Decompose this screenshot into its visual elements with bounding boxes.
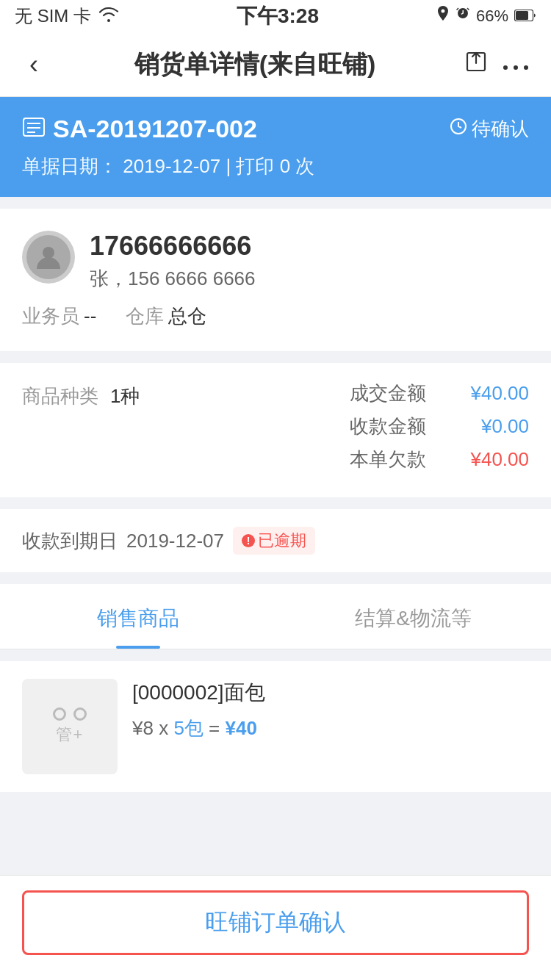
product-card: 管+ [0000002]面包 ¥8 x 5包 = ¥40: [0, 661, 551, 792]
battery-label: 66%: [476, 7, 508, 26]
product-price: ¥8 x 5包 = ¥40: [132, 716, 529, 741]
order-status: 待确认: [450, 116, 529, 142]
svg-rect-1: [516, 11, 528, 20]
due-date-value: 2019-12-07: [126, 530, 224, 552]
product-qty: 5包: [173, 717, 203, 739]
customer-phone: 17666666666: [90, 231, 529, 262]
order-date: 单据日期： 2019-12-07 | 打印 0 次: [22, 154, 529, 179]
deal-amount-value: ¥40.00: [441, 382, 529, 405]
status-text: 待确认: [472, 116, 529, 142]
more-icon[interactable]: [503, 52, 529, 77]
logo-eye-left: [53, 707, 66, 721]
product-info: [0000002]面包 ¥8 x 5包 = ¥40: [132, 679, 529, 741]
share-icon[interactable]: [464, 50, 488, 79]
due-date-label: 收款到期日: [22, 528, 118, 554]
carrier-label: 无 SIM 卡: [15, 4, 91, 28]
amounts-right: 成交金额 ¥40.00 收款金额 ¥0.00 本单欠款 ¥40.00: [350, 381, 529, 480]
product-types-label: 商品种类: [22, 383, 98, 409]
clock-icon: [450, 118, 467, 140]
received-amount-value: ¥0.00: [441, 415, 529, 438]
logo-eyes: [53, 707, 87, 721]
logo-eye-right: [73, 707, 87, 721]
status-bar: 无 SIM 卡 下午3:28 66%: [0, 0, 551, 32]
product-types-value: 1种: [110, 383, 140, 409]
battery-icon: [514, 7, 536, 26]
price-value: ¥8: [132, 717, 154, 739]
avatar-inner: [26, 235, 71, 279]
customer-info: 17666666666 张，156 6666 6666: [90, 231, 529, 292]
wifi-icon: [98, 6, 119, 26]
info-row: 业务员 -- 仓库 总仓: [22, 303, 529, 329]
product-name: [0000002]面包: [132, 679, 529, 707]
avatar: [22, 231, 75, 284]
order-id-row: SA-20191207-002: [22, 115, 257, 143]
order-icon: [22, 115, 46, 143]
product-logo: 管+: [53, 707, 87, 746]
customer-card: 17666666666 张，156 6666 6666 业务员 -- 仓库 总仓: [0, 209, 551, 351]
warehouse-label: 仓库: [126, 303, 164, 329]
product-types: 商品种类 1种: [22, 381, 140, 409]
tab-settlement[interactable]: 结算&物流等: [276, 584, 551, 649]
svg-point-6: [524, 65, 528, 70]
deal-amount-row: 成交金额 ¥40.00: [350, 381, 529, 406]
svg-point-5: [514, 65, 518, 70]
svg-point-12: [43, 247, 54, 259]
order-id-text: SA-20191207-002: [53, 115, 257, 143]
salesperson-value: --: [84, 305, 96, 328]
customer-name: 张，156 6666 6666: [90, 266, 529, 292]
nav-bar: ‹ 销货单详情(来自旺铺): [0, 32, 551, 97]
nav-actions: [464, 50, 529, 79]
svg-point-4: [503, 65, 508, 70]
received-amount-row: 收款金额 ¥0.00: [350, 414, 529, 439]
owed-amount-row: 本单欠款 ¥40.00: [350, 447, 529, 472]
status-time: 下午3:28: [237, 2, 319, 30]
overdue-dot-icon: !: [242, 534, 255, 547]
overdue-badge: ! 已逾期: [233, 527, 315, 555]
status-left: 无 SIM 卡: [15, 4, 119, 28]
tabs-row: 销售商品 结算&物流等: [0, 584, 551, 649]
confirm-button[interactable]: 旺铺订单确认: [22, 890, 529, 955]
logo-text: 管+: [56, 724, 84, 746]
salesperson-label: 业务员: [22, 303, 79, 329]
owed-amount-value: ¥40.00: [441, 448, 529, 471]
alarm-icon: [455, 7, 470, 26]
tab-products[interactable]: 销售商品: [0, 584, 276, 649]
warehouse-value: 总仓: [168, 303, 206, 329]
product-thumbnail: 管+: [22, 679, 118, 774]
product-total: ¥40: [225, 717, 256, 739]
overdue-text: 已逾期: [258, 530, 306, 552]
back-button[interactable]: ‹: [22, 42, 46, 87]
amounts-section: 商品种类 1种 成交金额 ¥40.00 收款金额 ¥0.00 本单欠款 ¥40.…: [0, 363, 551, 497]
status-right: 66%: [436, 6, 536, 26]
order-header: SA-20191207-002 待确认 单据日期： 2019-12-07 | 打…: [0, 97, 551, 197]
page-title: 销货单详情(来自旺铺): [134, 48, 376, 82]
deal-amount-label: 成交金额: [350, 381, 426, 406]
received-amount-label: 收款金额: [350, 414, 426, 439]
bottom-bar: 旺铺订单确认: [0, 875, 551, 980]
owed-amount-label: 本单欠款: [350, 447, 426, 472]
due-date-row: 收款到期日 2019-12-07 ! 已逾期: [0, 509, 551, 572]
location-icon: [436, 6, 450, 26]
